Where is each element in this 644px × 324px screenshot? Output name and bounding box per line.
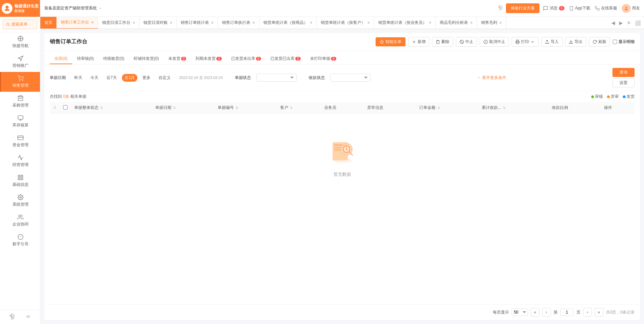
date-btn-today[interactable]: 今天 (87, 74, 101, 82)
tab-cash-daily[interactable]: 钱货日清工作台 ✕ (98, 17, 139, 29)
export-button[interactable]: 导出 (565, 37, 586, 47)
th-number[interactable]: 单据编号 ⇅ (214, 102, 277, 114)
sub-tab-shipped-out[interactable]: 已发货已出库0 (266, 54, 305, 64)
filter-status-select[interactable] (256, 74, 297, 82)
user-avatar (622, 4, 631, 13)
th-customer[interactable]: 客户 ⇅ (277, 102, 321, 114)
system-title-dropdown[interactable]: 装备及固定资产辅助管理系统 (44, 5, 102, 11)
tab-scroll-right[interactable]: ▶ (618, 19, 624, 26)
online-service-link[interactable]: 在线客服 (595, 5, 617, 11)
tab-sales-summary-product[interactable]: 销货单统计表（按商品） ✕ (259, 17, 317, 29)
sidebar-item-purchase[interactable]: 采购管理 (0, 92, 40, 112)
sub-tab-pending-review[interactable]: 待审核(0) (72, 54, 99, 64)
svg-point-7 (22, 80, 23, 81)
ship-action-button[interactable]: 发货 (623, 94, 635, 99)
th-collected[interactable]: 累计收款... ⇅ (478, 102, 549, 114)
query-button[interactable]: 查询 (612, 68, 635, 77)
page-prev-button[interactable]: ‹ (542, 308, 551, 317)
tab-close-sales-summary-customer[interactable]: ✕ (367, 21, 370, 25)
date-btn-custom[interactable]: 自定义 (156, 74, 174, 82)
date-btn-1month[interactable]: 近1月 (122, 74, 138, 82)
horizontal-scrollbar[interactable] (50, 301, 635, 304)
sidebar-item-enterprise[interactable]: 企业协同 (0, 211, 40, 231)
sidebar-item-basic[interactable]: 基础信息 (0, 171, 40, 191)
filter-payment-select[interactable] (330, 74, 371, 82)
tab-maximize[interactable]: ⬜ (634, 19, 642, 26)
page-number-input[interactable] (560, 309, 574, 316)
sidebar-item-marketing[interactable]: 营销推广 (0, 52, 40, 72)
sub-tab-wangpu-ship[interactable]: 旺铺待发货(0) (129, 54, 164, 64)
sub-tab-overdue-ship[interactable]: 到期未发货0 (191, 54, 226, 64)
sidebar-collapse-icon[interactable] (25, 314, 31, 321)
tab-gross-profit[interactable]: 商品毛利分析表 ✕ (436, 17, 477, 29)
sub-tab-not-printed[interactable]: 未打印单据0 (305, 54, 341, 64)
tab-sales-workbench[interactable]: 销售订单工作台 ✕ (57, 17, 98, 29)
tab-close-sales-stats[interactable]: ✕ (211, 21, 214, 25)
page-first-button[interactable]: « (531, 308, 540, 317)
tab-close-sales-workbench[interactable]: ✕ (91, 21, 94, 24)
date-btn-7days[interactable]: 近7天 (103, 74, 120, 82)
add-button[interactable]: 新增 (408, 37, 429, 47)
date-btn-yesterday[interactable]: 昨天 (71, 74, 85, 82)
filter-expand-button[interactable]: 展开更多条件 (477, 75, 506, 81)
tab-close-cash-daily[interactable]: ✕ (132, 21, 135, 25)
refresh-button[interactable]: 刷新 (589, 37, 610, 47)
th-amount[interactable]: 订单金额 ⇅ (416, 102, 478, 114)
import-button[interactable]: 导入 (541, 37, 562, 47)
review-action-button[interactable]: 审核 (591, 94, 603, 99)
page-size-select[interactable]: 10 20 50 100 (512, 309, 528, 316)
tab-close-gross-profit[interactable]: ✕ (470, 21, 473, 25)
cancel-suspend-button[interactable]: 取消中止 (480, 37, 509, 47)
page-label-end: 页 (576, 310, 581, 315)
sub-tab-shipped-not-out[interactable]: 已发货未出库0 (226, 54, 266, 64)
tab-close-cash-reconcile[interactable]: ✕ (170, 21, 172, 25)
unaudit-action-button[interactable]: 弃审 (607, 94, 619, 99)
th-checkbox[interactable] (60, 102, 71, 114)
sidebar-item-quick-nav[interactable]: 快捷导航 (0, 32, 40, 52)
print-button[interactable]: 打印 (512, 37, 539, 47)
tab-scroll-left[interactable]: ◀ (610, 19, 616, 26)
sidebar-settings-icon[interactable] (9, 314, 15, 321)
user-avatar-area[interactable]: 用友 (622, 4, 640, 13)
solution-button[interactable]: 体验行业方案 (506, 3, 540, 13)
filter-setting-button[interactable]: 设置 (612, 78, 635, 87)
tab-home[interactable]: 首页 (40, 17, 57, 29)
topbar-gear-icon[interactable] (497, 5, 503, 12)
date-btn-more[interactable]: 更多 (139, 74, 154, 82)
page-next-button[interactable]: › (583, 308, 592, 317)
sub-tab-not-shipped[interactable]: 未发货0 (164, 54, 191, 64)
sidebar-item-operations[interactable]: 经营管理 (0, 151, 40, 171)
empty-state: 暂无数据 (50, 114, 635, 198)
page-last-button[interactable]: » (595, 308, 603, 317)
sidebar-item-system[interactable]: 系统管理 (0, 191, 40, 211)
tab-close-sales-exec[interactable]: ✕ (252, 21, 255, 25)
delete-button[interactable]: 删除 (432, 37, 453, 47)
pagination-bar: 每页显示 10 20 50 100 « ‹ 第 页 › » 共0页，0条记录 (44, 304, 640, 320)
app-download-link[interactable]: App下载 (569, 5, 590, 11)
th-ratio: 收款比例 (549, 102, 601, 114)
smart-generate-button[interactable]: 智能生单 (376, 37, 405, 46)
sidebar-item-sales[interactable]: 销售管理 (0, 72, 40, 92)
tab-close-sales-summary-product[interactable]: ✕ (310, 21, 312, 25)
sidebar-item-finance[interactable]: 资金管理 (0, 131, 40, 151)
message-icon[interactable]: 消息 6 (543, 5, 564, 11)
tab-cash-reconcile[interactable]: 钱货日清对账 ✕ (139, 17, 177, 29)
suspend-button[interactable]: 中止 (456, 37, 477, 47)
tab-sales-summary-staff[interactable]: 销货单统计表（按业务员） ✕ (374, 17, 436, 29)
tab-close-sales-more[interactable]: ✕ (499, 21, 502, 25)
tab-sales-summary-customer[interactable]: 销货单统计表（按客户） ✕ (317, 17, 374, 29)
tab-sales-exec[interactable]: 销售订单执行表 ✕ (218, 17, 259, 29)
tab-sales-more[interactable]: 销售毛利 ✕ (477, 17, 506, 29)
select-all-checkbox[interactable] (63, 105, 68, 110)
tab-close-all[interactable]: ✕ (626, 19, 632, 26)
th-date[interactable]: 单据日期 ⇅ (152, 102, 214, 114)
th-status[interactable]: 单据整体状态 ⇅ (71, 102, 152, 114)
sub-tab-all[interactable]: 全部(0) (50, 54, 72, 64)
sidebar-item-inventory[interactable]: 库存核算 (0, 112, 40, 131)
sidebar-item-guide[interactable]: 新手引导 (0, 231, 40, 250)
search-menu-button[interactable]: 搜索菜单 (3, 19, 37, 29)
tab-close-sales-summary-staff[interactable]: ✕ (429, 21, 431, 25)
tab-sales-stats[interactable]: 销售订单统计表 ✕ (177, 17, 218, 29)
show-detail-checkbox[interactable]: 显示明细 (613, 39, 635, 45)
sub-tab-pending-inspect[interactable]: 待拣验货(0) (98, 54, 129, 64)
